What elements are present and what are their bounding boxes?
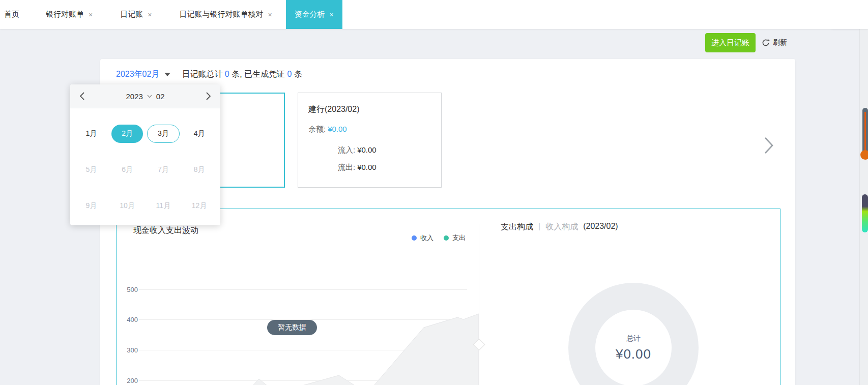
month-option-current[interactable]: 3月	[147, 125, 180, 143]
composition-title: 支出构成 | 收入构成 (2023/02)	[501, 222, 618, 232]
summary-row: 2023年02月 日记账总计 0 条, 已生成凭证 0 条	[116, 69, 302, 80]
legend-expense[interactable]: 支出	[444, 233, 466, 243]
month-option-selected[interactable]: 2月	[111, 125, 143, 143]
picker-month: 02	[156, 92, 165, 101]
account-card-ccb[interactable]: 建行(2023/02) 余额:¥0.00 流入:¥0.00 流出:¥0.00	[298, 93, 442, 188]
gradient-widget-icon	[862, 194, 868, 232]
carousel-next-icon[interactable]	[763, 136, 774, 157]
month-picker-popover: 2023 02 1月 2月 3月 4月 5月 6月 7月 8月 9月 10月 1…	[70, 84, 220, 225]
thermometer-widget-icon	[862, 108, 868, 155]
composition-donut-chart: 总计 ¥0.00	[568, 283, 699, 385]
next-year-icon[interactable]	[206, 92, 211, 101]
y-tick: 500	[121, 286, 138, 293]
legend-label: 支出	[452, 233, 466, 243]
tab-label: 日记账与银行对账单核对	[179, 10, 263, 19]
tab-bar: 首页 银行对账单 × 日记账 × 日记账与银行对账单核对 × 资金分析 ×	[0, 0, 868, 29]
legend-income[interactable]: 收入	[412, 233, 433, 243]
no-data-badge: 暂无数据	[267, 320, 317, 335]
prev-year-icon[interactable]	[79, 92, 85, 101]
refresh-label: 刷新	[773, 38, 787, 47]
y-tick: 200	[121, 377, 138, 384]
charts-section: 现金收入支出波动 收入 支出 500 400 300 200	[116, 209, 780, 385]
tab-label: 首页	[4, 10, 19, 19]
gridline	[139, 289, 467, 290]
funds-analysis-page: 首页 银行对账单 × 日记账 × 日记账与银行对账单核对 × 资金分析 × × …	[0, 0, 868, 385]
thermometer-bulb-icon	[860, 150, 868, 160]
tab-close-icon[interactable]: ×	[330, 11, 334, 19]
tab-home[interactable]: 首页	[0, 0, 32, 29]
refresh-icon	[762, 39, 770, 47]
tab-label: 银行对账单	[46, 10, 84, 19]
chevron-down-icon[interactable]	[147, 95, 152, 98]
donut-total-label: 总计	[626, 334, 641, 343]
balance-value: ¥0.00	[328, 125, 347, 133]
tab-funds-analysis[interactable]: 资金分析 ×	[286, 0, 342, 29]
month-option: 5月	[85, 165, 97, 174]
month-option: 12月	[192, 201, 207, 211]
tab-journal[interactable]: 日记账 ×	[106, 0, 165, 29]
outflow-value: ¥0.00	[357, 163, 377, 171]
tab-journal-bank-reconcile[interactable]: 日记账与银行对账单核对 ×	[165, 0, 285, 29]
tab-bank-statement[interactable]: 银行对账单 ×	[32, 0, 106, 29]
no-data-placeholder-graphic	[224, 312, 479, 385]
month-option: 9月	[85, 201, 97, 211]
picker-header: 2023 02	[70, 84, 220, 108]
balance-row: 余额:¥0.00	[308, 125, 347, 134]
refresh-button[interactable]: 刷新	[762, 33, 787, 52]
composition-period: (2023/02)	[583, 222, 618, 232]
journal-count: 0	[225, 70, 229, 78]
outflow-row: 流出:¥0.00	[338, 163, 377, 172]
donut-center: 总计 ¥0.00	[595, 310, 672, 385]
month-grid: 1月 2月 3月 4月 5月 6月 7月 8月 9月 10月 11月 12月	[73, 125, 217, 215]
donut-total-value: ¥0.00	[616, 346, 651, 362]
month-option: 10月	[120, 201, 135, 211]
month-option[interactable]: 4月	[194, 129, 205, 138]
y-tick: 400	[121, 316, 138, 323]
tab-close-icon[interactable]: ×	[148, 11, 152, 19]
inflow-value: ¥0.00	[357, 145, 377, 154]
inflow-row: 流入:¥0.00	[338, 145, 377, 155]
month-option: 6月	[122, 165, 133, 174]
period-selector[interactable]: 2023年02月	[116, 69, 159, 80]
section-divider	[479, 224, 479, 385]
caret-down-icon[interactable]	[164, 73, 170, 76]
tab-label: 资金分析	[295, 10, 325, 19]
expense-dot-icon	[444, 235, 449, 241]
legend-label: 收入	[420, 233, 433, 243]
month-option: 7月	[158, 165, 169, 174]
month-option[interactable]: 1月	[85, 129, 97, 138]
flow-chart-title: 现金收入支出波动	[133, 225, 198, 236]
enter-journal-button[interactable]: 进入日记账	[705, 33, 756, 52]
tab-close-icon[interactable]: ×	[268, 11, 272, 19]
tab-label: 日记账	[120, 10, 143, 19]
y-tick: 300	[121, 346, 138, 354]
month-option: 11月	[156, 201, 171, 211]
composition-tab-expense[interactable]: 支出构成	[501, 222, 533, 232]
tab-close-icon[interactable]: ×	[89, 11, 93, 19]
month-option: 8月	[194, 165, 205, 174]
income-dot-icon	[412, 235, 417, 241]
account-title: 建行(2023/02)	[308, 104, 360, 115]
picker-year[interactable]: 2023	[126, 92, 142, 101]
summary-text: 日记账总计 0 条, 已生成凭证 0 条	[182, 69, 302, 80]
composition-tab-income[interactable]: 收入构成	[545, 222, 578, 232]
chart-legend: 收入 支出	[412, 233, 466, 243]
